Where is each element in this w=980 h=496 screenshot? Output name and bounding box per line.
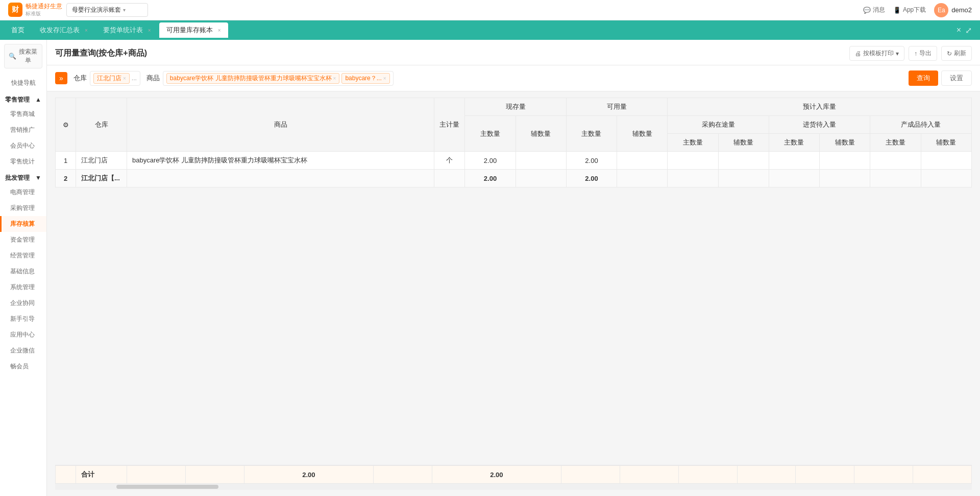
- warehouse-tag-jiangbei[interactable]: 江北门店 ×: [93, 73, 130, 84]
- sidebar-item-ecommerce[interactable]: 电商管理: [0, 184, 46, 200]
- retail-arrow-icon: ▲: [35, 96, 41, 103]
- footer-table: 合计 2.00 2.00: [55, 465, 972, 484]
- footer-label: 合计: [76, 465, 127, 484]
- logo-area: 财 畅捷通好生意 标准版: [8, 3, 62, 17]
- sidebar-section-wholesale[interactable]: 批发管理 ▼: [0, 170, 46, 184]
- tab-available-stock-close[interactable]: ×: [218, 28, 221, 33]
- warehouse-tag-close[interactable]: ×: [123, 76, 126, 81]
- product-filter-label: 商品: [146, 74, 160, 83]
- row-1-current-aux: [516, 152, 566, 170]
- col-current-main-qty-header: 主数量: [465, 116, 516, 152]
- col-available-main-qty-header: 主数量: [566, 116, 617, 152]
- refresh-label: 刷新: [954, 49, 966, 58]
- col-main-unit-header: 主计量: [434, 98, 465, 152]
- download-icon: 📱: [893, 7, 901, 14]
- sidebar-item-enterprise[interactable]: 企业协同: [0, 295, 46, 311]
- product-tags-container[interactable]: babycare学饮杯 儿童防摔防撞吸管杯重力球吸嘴杯宝宝水杯 × babyca…: [163, 71, 394, 86]
- sidebar-item-operation[interactable]: 经营管理: [0, 248, 46, 264]
- sidebar-item-member[interactable]: 会员中心: [0, 138, 46, 154]
- sidebar-item-app-center[interactable]: 应用中心: [0, 327, 46, 343]
- sidebar-item-inventory[interactable]: 库存核算: [0, 216, 46, 232]
- product-tag-1[interactable]: babycare学饮杯 儿童防摔防撞吸管杯重力球吸嘴杯宝宝水杯 ×: [166, 73, 340, 84]
- col-goods-waiting-main-header: 主数量: [769, 134, 819, 152]
- col-purchase-transit-aux-header: 辅数量: [718, 134, 769, 152]
- col-current-stock-header: 现存量: [465, 98, 567, 116]
- expected-in-col-label: 预计入库量: [803, 103, 836, 110]
- settings-button[interactable]: 设置: [941, 70, 972, 86]
- sidebar-item-quick-nav[interactable]: 快捷导航: [0, 75, 46, 91]
- col-available-header: 可用量: [566, 98, 668, 116]
- col-settings-header[interactable]: ⚙: [56, 98, 76, 152]
- fullscreen-button[interactable]: ⤢: [965, 26, 972, 35]
- row-1-num: 1: [56, 152, 76, 170]
- tab-available-stock-label: 可用量库存账本: [166, 26, 213, 35]
- tab-order-stats-close[interactable]: ×: [148, 28, 151, 33]
- search-icon: 🔍: [9, 53, 16, 60]
- tab-stock-summary-close[interactable]: ×: [85, 28, 88, 33]
- row-1-unit: 个: [434, 152, 465, 170]
- messages-button[interactable]: 💬 消息: [863, 6, 885, 14]
- top-bar-left: 财 畅捷通好生意 标准版 母婴行业演示账套 ▾: [8, 3, 148, 17]
- sidebar-item-retail-mall[interactable]: 零售商城: [0, 106, 46, 122]
- product-tag-2[interactable]: babycare？... ×: [341, 73, 389, 84]
- sidebar-item-purchase[interactable]: 采购管理: [0, 200, 46, 216]
- sidebar-item-member-service[interactable]: 畅会员: [0, 359, 46, 374]
- warehouse-filter-more[interactable]: ...: [132, 75, 137, 82]
- table-scroll-area[interactable]: ⚙ 仓库 商品 主计量 现存量: [55, 98, 972, 465]
- tab-home-label: 首页: [11, 26, 24, 35]
- print-label: 按模板打印: [863, 49, 894, 58]
- row-2-goods-waiting-aux: [820, 170, 870, 187]
- tab-available-stock[interactable]: 可用量库存账本 ×: [159, 22, 228, 38]
- export-button[interactable]: ↑ 导出: [909, 46, 937, 61]
- row-1-available-aux: [617, 152, 668, 170]
- warehouse-filter-label: 仓库: [74, 74, 87, 83]
- close-all-tabs-button[interactable]: ×: [957, 26, 961, 35]
- messages-label: 消息: [873, 6, 885, 14]
- sidebar-item-retail-stats[interactable]: 零售统计: [0, 154, 46, 170]
- footer-product-col: [127, 465, 186, 484]
- tab-bar: 首页 收发存汇总表 × 要货单统计表 × 可用量库存账本 × × ⤢: [0, 20, 980, 40]
- app-download-button[interactable]: 📱 App下载: [893, 6, 926, 14]
- refresh-button[interactable]: ↻ 刷新: [941, 46, 972, 61]
- scroll-thumb[interactable]: [116, 485, 218, 489]
- sidebar-item-system[interactable]: 系统管理: [0, 279, 46, 295]
- row-2-purchase-transit-aux: [718, 170, 769, 187]
- expand-filter-button[interactable]: »: [55, 72, 67, 84]
- col-finished-waiting-main-header: 主数量: [870, 134, 921, 152]
- sidebar-item-marketing[interactable]: 营销推广: [0, 122, 46, 138]
- search-menu-label: 搜索菜单: [18, 48, 38, 65]
- refresh-icon: ↻: [947, 50, 952, 57]
- warehouse-tag-text: 江北门店: [97, 74, 121, 83]
- product-filter: 商品 babycare学饮杯 儿童防摔防撞吸管杯重力球吸嘴杯宝宝水杯 × bab…: [146, 71, 394, 86]
- sidebar-item-basic-info[interactable]: 基础信息: [0, 264, 46, 279]
- message-icon: 💬: [863, 7, 871, 14]
- sidebar-item-finance[interactable]: 资金管理: [0, 232, 46, 248]
- row-2-goods-waiting-main: [769, 170, 819, 187]
- footer-goods-main: [737, 465, 796, 484]
- horizontal-scrollbar[interactable]: [55, 484, 972, 490]
- product-tag-2-close[interactable]: ×: [383, 76, 386, 81]
- tab-home[interactable]: 首页: [4, 22, 32, 38]
- user-area[interactable]: Ea demo2: [934, 3, 972, 17]
- product-tag-1-close[interactable]: ×: [333, 76, 336, 81]
- table-row: 2 江北门店【... 2.00 2.00: [56, 170, 972, 187]
- query-button[interactable]: 查询: [909, 70, 938, 86]
- print-button[interactable]: 🖨 按模板打印 ▾: [849, 46, 904, 61]
- logo-sub: 标准版: [26, 10, 62, 17]
- sidebar-item-guide[interactable]: 新手引导: [0, 311, 46, 327]
- row-1-finished-waiting-aux: [921, 152, 971, 170]
- sidebar-section-retail[interactable]: 零售管理 ▲: [0, 91, 46, 106]
- top-bar-right: 💬 消息 📱 App下载 Ea demo2: [863, 3, 972, 17]
- row-1-goods-waiting-aux: [820, 152, 870, 170]
- tab-stock-summary[interactable]: 收发存汇总表 ×: [33, 22, 95, 38]
- col-goods-waiting-aux-header: 辅数量: [820, 134, 870, 152]
- industry-selector[interactable]: 母婴行业演示账套 ▾: [66, 3, 148, 17]
- sidebar-item-wechat[interactable]: 企业微信: [0, 343, 46, 359]
- app-download-label: App下载: [903, 6, 926, 14]
- tab-order-stats[interactable]: 要货单统计表 ×: [96, 22, 158, 38]
- col-purchase-transit-main-header: 主数量: [668, 134, 718, 152]
- warehouse-tags-container[interactable]: 江北门店 × ...: [90, 71, 140, 86]
- search-menu-button[interactable]: 🔍 搜索菜单: [4, 44, 42, 68]
- row-1-available-main: 2.00: [566, 152, 617, 170]
- row-2-current-aux: [516, 170, 566, 187]
